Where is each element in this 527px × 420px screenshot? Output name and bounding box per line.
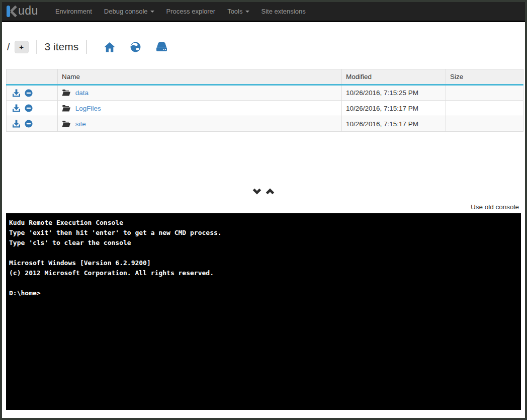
new-item-button[interactable]: + [15, 41, 29, 53]
nav-item-tools[interactable]: Tools [221, 2, 255, 22]
top-navbar: udu Environment Debug console Process ex… [2, 2, 525, 22]
delete-icon[interactable] [25, 89, 33, 97]
download-icon[interactable] [13, 89, 20, 97]
globe-icon[interactable] [130, 42, 141, 52]
row-actions [7, 85, 58, 101]
row-size [446, 116, 523, 132]
row-actions [7, 116, 58, 132]
table-row: data 10/26/2016, 7:15:25 PM [7, 85, 523, 101]
console-resize-handles [2, 188, 525, 196]
caret-down-icon [150, 11, 154, 13]
table-header-row: Name Modified Size [7, 69, 523, 85]
kudu-logo-text: udu [18, 4, 38, 18]
remote-execution-console[interactable]: Kudu Remote Execution Console Type 'exit… [6, 213, 521, 410]
console-line: (c) 2012 Microsoft Corporation. All righ… [9, 268, 521, 278]
row-size [446, 101, 523, 116]
kudu-logo[interactable]: udu [5, 4, 38, 19]
table-row: LogFiles 10/26/2016, 7:15:17 PM [7, 101, 523, 116]
folder-link[interactable]: data [75, 89, 89, 97]
nav-item-site-extensions[interactable]: Site extensions [255, 2, 312, 22]
row-name: data [58, 85, 342, 101]
chevron-up-icon[interactable] [266, 188, 275, 195]
kudu-page: udu Environment Debug console Process ex… [0, 0, 527, 420]
row-actions [7, 101, 58, 116]
row-modified: 10/26/2016, 7:15:17 PM [342, 101, 446, 116]
console-line: Type 'exit' then hit 'enter' to get a ne… [9, 228, 521, 238]
modified-column-header: Modified [342, 69, 446, 85]
console-line: Kudu Remote Execution Console [9, 218, 521, 228]
row-size [446, 85, 523, 101]
file-table: Name Modified Size data 10/26/2016, 7:15… [6, 69, 523, 132]
delete-icon[interactable] [25, 104, 33, 112]
console-prompt[interactable]: D:\home> [9, 288, 521, 298]
console-line [9, 248, 521, 258]
home-icon[interactable] [104, 42, 115, 52]
download-icon[interactable] [13, 120, 20, 128]
delete-icon[interactable] [25, 120, 33, 128]
folder-icon [62, 105, 70, 112]
row-modified: 10/26/2016, 7:15:25 PM [342, 85, 446, 101]
folder-link[interactable]: site [75, 120, 86, 128]
breadcrumb: / + 3 items [7, 40, 525, 54]
divider [36, 40, 37, 54]
use-old-console-link[interactable]: Use old console [471, 203, 519, 211]
caret-down-icon [245, 11, 249, 13]
console-line: Type 'cls' to clear the console [9, 238, 521, 248]
row-name: LogFiles [58, 101, 342, 116]
folder-icon [62, 89, 70, 96]
navbar-menu: Environment Debug console Process explor… [49, 2, 312, 22]
size-column-header: Size [446, 69, 523, 85]
download-icon[interactable] [13, 104, 20, 112]
items-count: 3 items [45, 41, 79, 53]
nav-item-environment[interactable]: Environment [49, 2, 98, 22]
console-line [9, 278, 521, 288]
folder-link[interactable]: LogFiles [75, 105, 101, 112]
chevron-down-icon[interactable] [252, 188, 261, 195]
row-modified: 10/26/2016, 7:15:17 PM [342, 116, 446, 132]
nav-item-process-explorer[interactable]: Process explorer [160, 2, 222, 22]
console-line: Microsoft Windows [Version 6.2.9200] [9, 258, 521, 268]
row-name: site [58, 116, 342, 132]
kudu-k-icon [5, 4, 18, 19]
old-console-row: Use old console [2, 203, 519, 211]
actions-column-header [7, 69, 58, 85]
current-path[interactable]: / [7, 41, 10, 53]
table-row: site 10/26/2016, 7:15:17 PM [7, 116, 523, 132]
name-column-header: Name [58, 69, 342, 85]
drive-icon[interactable] [156, 42, 167, 52]
folder-icon [62, 120, 70, 127]
divider [86, 40, 87, 54]
nav-item-debug-console[interactable]: Debug console [98, 2, 160, 22]
